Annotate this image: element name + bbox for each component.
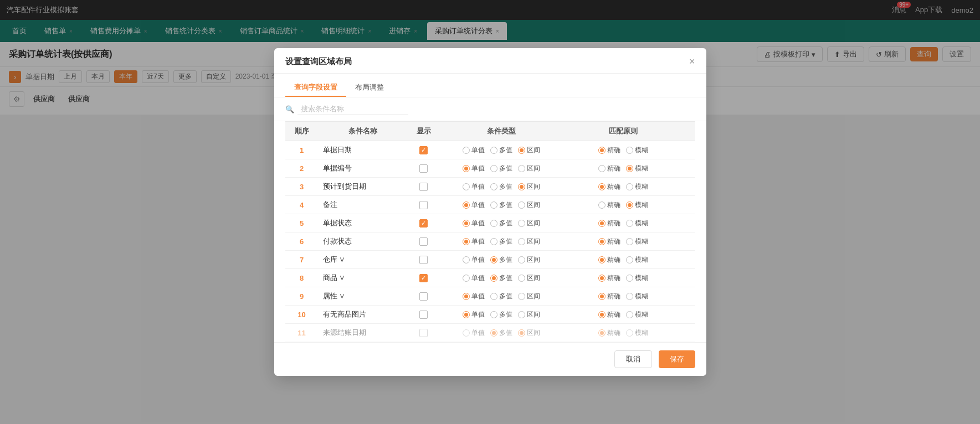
modal-search-area: 🔍 (274, 97, 706, 115)
search-icon: 🔍 (285, 105, 294, 113)
search-input[interactable] (297, 103, 408, 115)
modal-title: 设置查询区域布局 (285, 56, 352, 67)
modal-overlay: 设置查询区域布局 × 查询字段设置 布局调整 🔍 顺序 条件名称 显示 条件类型 (0, 0, 980, 115)
modal-tabs: 查询字段设置 布局调整 (274, 74, 706, 97)
modal-close-button[interactable]: × (689, 56, 695, 68)
tab-layout-adjust[interactable]: 布局调整 (346, 79, 393, 97)
tab-query-fields[interactable]: 查询字段设置 (285, 79, 346, 97)
settings-modal: 设置查询区域布局 × 查询字段设置 布局调整 🔍 顺序 条件名称 显示 条件类型 (274, 48, 706, 115)
modal-header: 设置查询区域布局 × (274, 48, 706, 74)
